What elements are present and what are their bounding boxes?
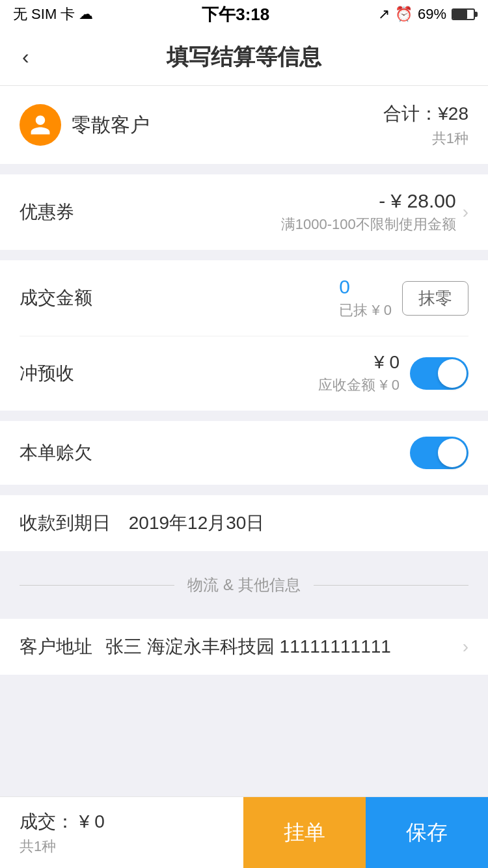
prepay-toggle[interactable] bbox=[410, 357, 468, 390]
coupon-row[interactable]: 优惠券 - ¥ 28.00 满1000-100不限制使用金额 › bbox=[0, 174, 488, 250]
round-zero-button[interactable]: 抹零 bbox=[402, 281, 468, 316]
chevron-right-icon: › bbox=[463, 202, 468, 223]
transaction-label: 成交金额 bbox=[20, 286, 92, 310]
logistics-sep-inner: 物流 & 其他信息 bbox=[20, 575, 468, 595]
transaction-section: 成交金额 0 已抹 ¥ 0 抹零 冲预收 ¥ 0 应收金额 ¥ 0 bbox=[0, 260, 488, 411]
address-label: 客户地址 bbox=[20, 634, 92, 659]
status-bar: 无 SIM 卡 ☁ 下午3:18 ↗ ⏰ 69% bbox=[0, 0, 488, 29]
prepay-amount: ¥ 0 bbox=[318, 352, 400, 373]
status-time: 下午3:18 bbox=[202, 3, 269, 26]
transaction-row: 成交金额 0 已抹 ¥ 0 抹零 bbox=[0, 260, 488, 336]
content-area: 零散客户 合计：¥28 共1种 优惠券 - ¥ 28.00 满1000-100不… bbox=[0, 86, 488, 753]
customer-name: 零散客户 bbox=[72, 112, 150, 139]
bottom-summary-main: 成交： ¥ 0 bbox=[20, 809, 224, 834]
debt-toggle[interactable] bbox=[410, 437, 468, 469]
coupon-label: 优惠券 bbox=[20, 200, 74, 224]
address-row[interactable]: 客户地址 张三 海淀永丰科技园 11111111111 › bbox=[0, 619, 488, 675]
prepay-amounts: ¥ 0 应收金额 ¥ 0 bbox=[318, 352, 400, 395]
logistics-label: 物流 & 其他信息 bbox=[187, 575, 300, 595]
bottom-summary: 成交： ¥ 0 共1种 bbox=[0, 809, 243, 856]
coupon-right: - ¥ 28.00 满1000-100不限制使用金额 › bbox=[281, 190, 468, 234]
debt-toggle-knob bbox=[438, 439, 467, 467]
bottom-bar: 成交： ¥ 0 共1种 挂单 保存 bbox=[0, 796, 488, 868]
back-button[interactable]: ‹ bbox=[16, 38, 36, 75]
status-right: ↗ ⏰ 69% bbox=[378, 6, 475, 23]
battery-percent: 69% bbox=[418, 6, 446, 23]
due-date-section: 收款到期日 2019年12月30日 bbox=[0, 495, 488, 551]
alarm-icon: ⏰ bbox=[395, 6, 413, 23]
address-value: 张三 海淀永丰科技园 11111111111 bbox=[105, 634, 463, 659]
save-button[interactable]: 保存 bbox=[366, 797, 488, 869]
total-amount: 合计：¥28 bbox=[383, 102, 468, 126]
person-icon bbox=[29, 113, 52, 137]
debt-label: 本单赊欠 bbox=[20, 441, 92, 465]
total-count: 共1种 bbox=[383, 129, 468, 148]
customer-row: 零散客户 合计：¥28 共1种 bbox=[0, 86, 488, 164]
customer-right: 合计：¥28 共1种 bbox=[383, 102, 468, 148]
signal-text: 无 SIM 卡 ☁ bbox=[13, 5, 93, 24]
prepay-label: 冲预收 bbox=[20, 361, 74, 386]
customer-left: 零散客户 bbox=[20, 104, 150, 146]
coupon-info: - ¥ 28.00 满1000-100不限制使用金额 bbox=[281, 190, 456, 234]
logistics-separator: 物流 & 其他信息 bbox=[0, 562, 488, 608]
battery-icon bbox=[452, 8, 475, 20]
transaction-value: 0 bbox=[339, 276, 392, 298]
toggle-knob bbox=[438, 359, 467, 388]
due-date-value: 2019年12月30日 bbox=[129, 513, 265, 533]
avatar bbox=[20, 104, 61, 146]
status-left: 无 SIM 卡 ☁ bbox=[13, 5, 93, 24]
sep-line-left bbox=[20, 585, 174, 586]
hang-button[interactable]: 挂单 bbox=[243, 797, 366, 869]
transaction-already-round: 已抹 ¥ 0 bbox=[339, 301, 392, 320]
page-title: 填写结算等信息 bbox=[167, 42, 321, 72]
sep-line-right bbox=[314, 585, 468, 586]
debt-section: 本单赊欠 bbox=[0, 421, 488, 485]
coupon-amount: - ¥ 28.00 bbox=[281, 190, 456, 212]
address-chevron-icon: › bbox=[463, 636, 468, 657]
prepay-row: 冲预收 ¥ 0 应收金额 ¥ 0 bbox=[0, 336, 488, 411]
prepay-right: ¥ 0 应收金额 ¥ 0 bbox=[318, 352, 468, 395]
location-icon: ↗ bbox=[378, 6, 390, 23]
nav-bar: ‹ 填写结算等信息 bbox=[0, 29, 488, 86]
prepay-receivable: 应收金额 ¥ 0 bbox=[318, 375, 400, 395]
bottom-summary-sub: 共1种 bbox=[20, 837, 224, 856]
prepay-left: 冲预收 bbox=[20, 361, 74, 386]
transaction-right: 0 已抹 ¥ 0 抹零 bbox=[339, 276, 468, 320]
due-date-label: 收款到期日 bbox=[20, 513, 111, 533]
coupon-desc: 满1000-100不限制使用金额 bbox=[281, 215, 456, 234]
